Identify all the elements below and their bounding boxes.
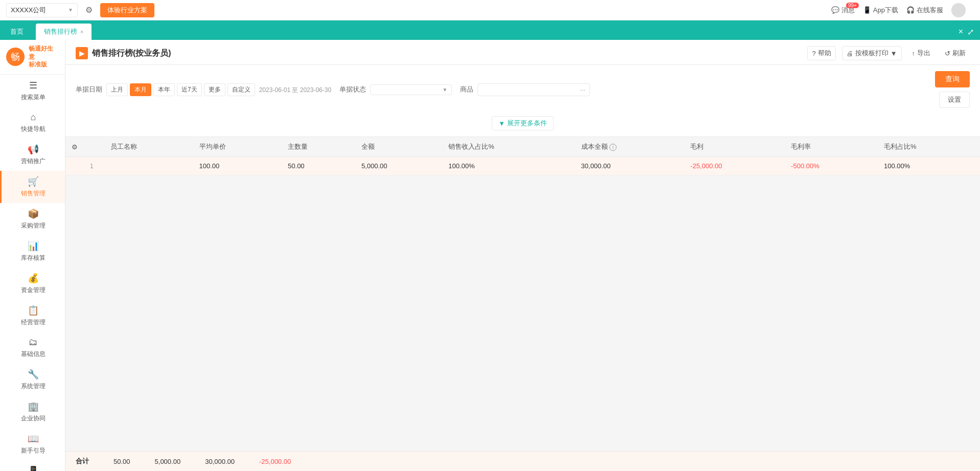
message-button[interactable]: 💬 消息 99+ (831, 6, 855, 15)
sidebar-item-guide[interactable]: 📖 新手引导 (0, 428, 65, 460)
page-toggle-icon[interactable]: ▶ (76, 47, 88, 59)
purchase-icon: 📦 (28, 208, 39, 219)
refresh-button[interactable]: ↺ 刷新 (941, 47, 970, 60)
query-button[interactable]: 查询 (935, 71, 970, 87)
sidebar-item-operations[interactable]: 📋 经营管理 (0, 300, 65, 332)
app-download-label: App下载 (873, 6, 898, 15)
status-filter: 单据状态 ▼ (339, 84, 452, 95)
filter-area: 单据日期 上月 本月 本年 近7天 更多 自定义 2023-06-01 至 20… (65, 65, 980, 137)
date-filter-label: 单据日期 (76, 85, 102, 94)
sidebar: 畅 畅通好生意标准版 ☰ 搜索菜单 ⌂ 快捷导航 📢 营销推广 🛒 销售管理 📦… (0, 40, 65, 471)
tab-maximize-icon[interactable]: ⤢ (967, 27, 974, 37)
sidebar-item-label: 搜索菜单 (21, 93, 45, 102)
tab-close-icon[interactable]: × (80, 29, 83, 35)
settings-button[interactable]: 设置 (939, 92, 970, 108)
sidebar-item-label: 销售管理 (21, 189, 45, 198)
finance-icon: 💰 (28, 273, 39, 284)
table-header-row: ⚙ 员工名称 平均单价 主数量 全额 销售收入占比% 成本全额 i 毛利 (65, 137, 980, 157)
date-btn-this-month[interactable]: 本月 (130, 83, 151, 96)
avatar[interactable] (951, 3, 966, 17)
cell-avg-price: 100.00 (193, 157, 282, 175)
sidebar-item-label: 资金管理 (21, 286, 45, 295)
page-header: ▶ 销售排行榜(按业务员) ? 帮助 🖨 按模板打印 ▼ ↑ 导出 (65, 40, 980, 65)
tab-home-label: 首页 (10, 27, 24, 36)
sidebar-item-finance[interactable]: 💰 资金管理 (0, 267, 65, 300)
goods-filter: 商品 ··· (460, 83, 590, 96)
cell-rank: 1 (84, 157, 104, 175)
top-bar: XXXXX公司 ▼ ⚙ 体验行业方案 💬 消息 99+ 📱 App下载 🎧 在线… (0, 0, 980, 20)
expand-conditions-button[interactable]: ▼ 展开更多条件 (492, 116, 554, 130)
page-title: 销售排行榜(按业务员) (92, 48, 171, 59)
sidebar-item-label: 库存核算 (21, 254, 45, 262)
date-btn-last-month[interactable]: 上月 (106, 83, 128, 96)
sidebar-item-sales[interactable]: 🛒 销售管理 (0, 171, 65, 203)
export-icon: ↑ (912, 50, 916, 57)
top-right-area: 💬 消息 99+ 📱 App下载 🎧 在线客服 (831, 3, 974, 17)
search-menu-icon: ☰ (29, 80, 37, 91)
date-btn-7days[interactable]: 近7天 (177, 83, 202, 96)
export-button[interactable]: ↑ 导出 (908, 47, 935, 60)
logo-icon: 畅 (6, 48, 25, 66)
date-btn-custom[interactable]: 自定义 (227, 83, 255, 96)
expand-btn-label: 展开更多条件 (507, 119, 547, 128)
tab-sales-ranking[interactable]: 销售排行榜 × (36, 24, 92, 40)
date-options: 上月 本月 本年 近7天 更多 自定义 (106, 83, 255, 96)
footer-cost: 30,000.00 (205, 458, 235, 465)
sidebar-item-marketing[interactable]: 📢 营销推广 (0, 139, 65, 171)
main-area: 畅 畅通好生意标准版 ☰ 搜索菜单 ⌂ 快捷导航 📢 营销推广 🛒 销售管理 📦… (0, 40, 980, 471)
guide-icon: 📖 (28, 433, 39, 444)
status-select[interactable]: ▼ (370, 84, 452, 95)
refresh-icon: ↺ (945, 50, 950, 57)
print-icon: 🖨 (847, 50, 853, 57)
app-download-icon: 📱 (863, 6, 871, 14)
tab-home[interactable]: 首页 (2, 24, 32, 40)
sidebar-item-search[interactable]: ☰ 搜索菜单 (0, 75, 65, 107)
system-icon: 🔧 (28, 369, 39, 380)
company-selector[interactable]: XXXXX公司 ▼ (6, 3, 78, 17)
nav-tabs: 首页 销售排行榜 × × ⤢ (0, 20, 980, 40)
marketing-icon: 📢 (28, 144, 39, 155)
sidebar-item-inventory[interactable]: 📊 库存核算 (0, 235, 65, 267)
cell-employee (104, 157, 193, 175)
sidebar-item-app-center[interactable]: 📱 应用中心 (0, 460, 65, 471)
template-print-button[interactable]: 🖨 按模板打印 ▼ (842, 46, 902, 60)
print-chevron-icon: ▼ (891, 50, 897, 57)
cost-info-icon[interactable]: i (609, 144, 617, 151)
sidebar-item-label: 采购管理 (21, 221, 45, 230)
cell-cost: 30,000.00 (575, 157, 685, 175)
expand-icon: ▼ (498, 120, 505, 127)
column-settings-icon: ⚙ (72, 143, 78, 151)
sidebar-item-basic-info[interactable]: 🗂 基础信息 (0, 332, 65, 364)
app-download-button[interactable]: 📱 App下载 (863, 6, 898, 15)
goods-filter-label: 商品 (460, 85, 473, 94)
tab-minimize-icon[interactable]: × (959, 27, 963, 36)
footer-quantity: 50.00 (113, 458, 130, 465)
footer-amount: 5,000.00 (155, 458, 181, 465)
cell-sales-ratio: 100.00% (442, 157, 575, 175)
headset-icon: 🎧 (906, 6, 915, 14)
sidebar-item-purchase[interactable]: 📦 采购管理 (0, 203, 65, 235)
col-avg-price: 平均单价 (193, 137, 282, 157)
goods-input[interactable]: ··· (477, 83, 590, 96)
company-settings-icon[interactable]: ⚙ (82, 3, 96, 17)
export-label: 导出 (917, 49, 930, 58)
footer-gross-profit: -25,000.00 (259, 458, 291, 465)
help-button[interactable]: ? 帮助 (807, 46, 835, 60)
sidebar-item-quick-nav[interactable]: ⌂ 快捷导航 (0, 107, 65, 139)
company-name: XXXXX公司 (11, 6, 46, 15)
col-settings[interactable]: ⚙ (65, 137, 84, 157)
message-badge: 99+ (846, 3, 859, 8)
cell-quantity: 50.00 (282, 157, 355, 175)
date-btn-this-year[interactable]: 本年 (153, 83, 175, 96)
date-btn-more[interactable]: 更多 (204, 83, 225, 96)
sidebar-item-enterprise[interactable]: 🏢 企业协同 (0, 396, 65, 428)
online-service-button[interactable]: 🎧 在线客服 (906, 6, 943, 15)
refresh-label: 刷新 (952, 49, 966, 58)
cell-amount: 5,000.00 (355, 157, 442, 175)
trial-button[interactable]: 体验行业方案 (100, 3, 154, 17)
col-cost: 成本全额 i (575, 137, 685, 157)
col-employee: 员工名称 (104, 137, 193, 157)
inventory-icon: 📊 (28, 240, 39, 252)
operations-icon: 📋 (28, 305, 39, 316)
sidebar-item-system[interactable]: 🔧 系统管理 (0, 364, 65, 396)
